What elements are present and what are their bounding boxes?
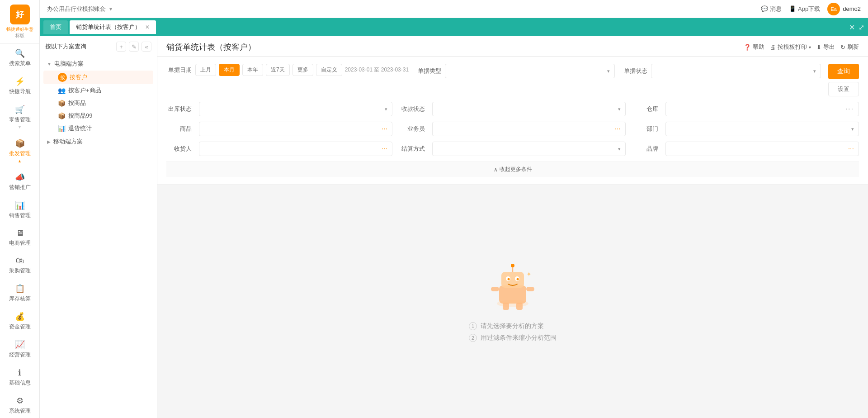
app-download-button[interactable]: 📱 App下载 — [789, 5, 820, 13]
date-options: 上月 本月 本年 近7天 更多 自定义 2023-03-01 至 2023-03… — [195, 64, 409, 76]
logo-subtitle: 标版 — [15, 33, 24, 39]
sidebar-item-basic-info-label: 基础信息 — [9, 379, 31, 387]
query-button[interactable]: 查询 — [828, 64, 859, 79]
date-btn-this-month[interactable]: 本月 — [219, 64, 240, 76]
date-range-display: 2023-03-01 至 2023-03-31 — [345, 66, 409, 74]
tree-child-customer-goods[interactable]: 👥 按客户+商品 — [43, 84, 153, 97]
export-button[interactable]: ⬇ 导出 — [816, 43, 835, 51]
avatar-text: Ea — [831, 6, 837, 12]
date-btn-custom[interactable]: 自定义 — [316, 64, 342, 76]
goods-input[interactable]: ··· — [199, 122, 392, 136]
empty-illustration: ✦ — [486, 261, 540, 315]
tabbar-actions: ✕ ⤢ — [849, 23, 864, 32]
sidebar-item-search[interactable]: 🔍 搜索菜单 — [0, 44, 39, 72]
sidebar-item-purchase[interactable]: 🛍 采购管理 — [0, 252, 39, 279]
out-status-select[interactable]: ▾ — [199, 102, 392, 116]
finance-icon: 💰 — [15, 312, 25, 322]
tree-child-by-goods99-label: 按商品99 — [68, 112, 92, 120]
action-buttons: 查询 设置 — [828, 64, 859, 96]
salesperson-input[interactable]: ··· — [432, 122, 626, 136]
help-button[interactable]: ❓ 帮助 — [744, 43, 764, 51]
tab-close-icon[interactable]: ✕ — [145, 24, 150, 30]
tree-child-return-stats[interactable]: 📊 退货统计 — [43, 122, 153, 135]
logo-icon: 好 — [10, 5, 30, 24]
tab-close-all-icon[interactable]: ✕ — [849, 23, 855, 32]
user-profile[interactable]: Ea demo2 — [827, 3, 861, 15]
topbar-dropdown-icon[interactable]: ▾ — [109, 6, 112, 12]
department-arrow-icon: ▾ — [851, 126, 854, 132]
sidebar-item-ecommerce[interactable]: 🖥 电商管理 — [0, 224, 39, 252]
date-btn-last-month[interactable]: 上月 — [195, 64, 216, 76]
customer-scheme-icon: 按 — [58, 73, 67, 82]
sidebar-item-sales-label: 销售管理 — [9, 212, 31, 219]
tree-mobile-arrow-icon: ▶ — [47, 139, 51, 144]
tree-parent-desktop[interactable]: ▼ 电脑端方案 — [43, 57, 153, 71]
sidebar-item-quick-nav-label: 快捷导航 — [9, 88, 31, 95]
tab-home-label: 首页 — [50, 23, 61, 31]
system-icon: ⚙ — [16, 396, 24, 406]
date-btn-more[interactable]: 更多 — [292, 64, 313, 76]
sidebar-item-operations-label: 经营管理 — [9, 351, 31, 359]
date-btn-this-year[interactable]: 本年 — [242, 64, 263, 76]
tree-child-customer-goods-label: 按客户+商品 — [68, 86, 101, 95]
filter-row-4: 收货人 ··· 结算方式 ▾ 品牌 ··· — [166, 142, 859, 156]
collapse-panel-button[interactable]: « — [142, 42, 151, 52]
sidebar-item-sales[interactable]: 📊 销售管理 — [0, 196, 39, 224]
out-status-arrow-icon: ▾ — [385, 106, 387, 112]
tree-parent-mobile[interactable]: ▶ 移动端方案 — [43, 135, 153, 148]
help-icon: ❓ — [744, 44, 751, 51]
sidebar-item-marketing[interactable]: 📣 营销推广 — [0, 168, 39, 196]
tab-sales-stats-label: 销货单统计表（按客户） — [76, 23, 141, 31]
sidebar-item-inventory[interactable]: 📋 库存核算 — [0, 279, 39, 307]
receipt-status-label: 收款状态 — [400, 105, 425, 113]
warehouse-select[interactable]: ··· — [665, 102, 859, 116]
tab-home[interactable]: 首页 — [43, 20, 68, 34]
goods-scheme-icon: 📦 — [58, 100, 66, 107]
date-btn-7days[interactable]: 近7天 — [266, 64, 290, 76]
sidebar-item-quick-nav[interactable]: ⚡ 快捷导航 — [0, 72, 39, 100]
message-label: 消息 — [770, 5, 782, 13]
sidebar-item-system[interactable]: ⚙ 系统管理 — [0, 391, 39, 418]
order-status-select[interactable]: ▾ — [651, 64, 821, 78]
edit-scheme-button[interactable]: ✎ — [129, 42, 139, 52]
sidebar-item-retail-label: 零售管理 — [9, 116, 31, 124]
department-select[interactable]: ▾ — [665, 122, 859, 136]
logo-text: 畅捷通好生意 — [6, 26, 33, 33]
brand-input[interactable]: ··· — [665, 142, 859, 156]
tree-child-by-customer[interactable]: 按 按客户 — [43, 71, 153, 84]
operations-icon: 📈 — [15, 340, 25, 350]
order-type-select[interactable]: ▾ — [445, 64, 615, 78]
left-panel: 按以下方案查询 + ✎ « ▼ 电脑端方案 按 按客户 👥 按客 — [40, 36, 157, 418]
add-scheme-button[interactable]: + — [116, 42, 126, 52]
collapse-more-conditions[interactable]: ∧ 收起更多条件 — [166, 162, 859, 177]
out-status-label: 出库状态 — [166, 105, 192, 113]
settings-button[interactable]: 设置 — [828, 82, 859, 96]
tree-child-by-goods99[interactable]: 📦 按商品99 — [43, 109, 153, 122]
robot-svg: ✦ — [486, 261, 540, 315]
right-panel: 销货单统计表（按客户） ❓ 帮助 🖨 按模板打印 ▾ ⬇ 导出 — [157, 36, 868, 418]
receipt-status-select[interactable]: ▾ — [432, 102, 626, 116]
sidebar-item-operations[interactable]: 📈 经营管理 — [0, 335, 39, 363]
sidebar-item-retail[interactable]: 🛒 零售管理 ▼ — [0, 100, 39, 134]
sidebar-item-wholesale[interactable]: 📦 批发管理 ▲ — [0, 134, 39, 168]
sidebar-item-inventory-label: 库存核算 — [9, 295, 31, 303]
message-button[interactable]: 💬 消息 — [761, 5, 782, 13]
sidebar-menu: 🔍 搜索菜单 ⚡ 快捷导航 🛒 零售管理 ▼ 📦 批发管理 ▲ 📣 营销推广 📊… — [0, 44, 39, 418]
collapse-up-icon: ∧ — [494, 166, 498, 173]
receiver-input[interactable]: ··· — [199, 142, 392, 156]
wholesale-arrow-icon: ▲ — [18, 159, 22, 163]
svg-rect-12 — [516, 303, 523, 310]
purchase-icon: 🛍 — [16, 256, 24, 266]
tab-sales-stats[interactable]: 销货单统计表（按客户） ✕ — [70, 20, 156, 34]
sidebar-item-finance[interactable]: 💰 资金管理 — [0, 307, 39, 335]
sidebar-item-ecommerce-label: 电商管理 — [9, 239, 31, 247]
tab-maximize-icon[interactable]: ⤢ — [859, 23, 864, 32]
refresh-button[interactable]: ↻ 刷新 — [840, 43, 859, 51]
empty-hint-1: 1 请先选择要分析的方案 — [469, 322, 557, 330]
payment-method-select[interactable]: ▾ — [432, 142, 626, 156]
tree-child-by-goods[interactable]: 📦 按商品 — [43, 97, 153, 109]
order-status-filter: 单据状态 ▾ — [622, 64, 821, 78]
sidebar-item-basic-info[interactable]: ℹ 基础信息 — [0, 363, 39, 391]
filter-row-1: 单据日期 上月 本月 本年 近7天 更多 自定义 2023-03-01 至 20… — [166, 64, 859, 96]
print-button[interactable]: 🖨 按模板打印 ▾ — [770, 43, 811, 51]
